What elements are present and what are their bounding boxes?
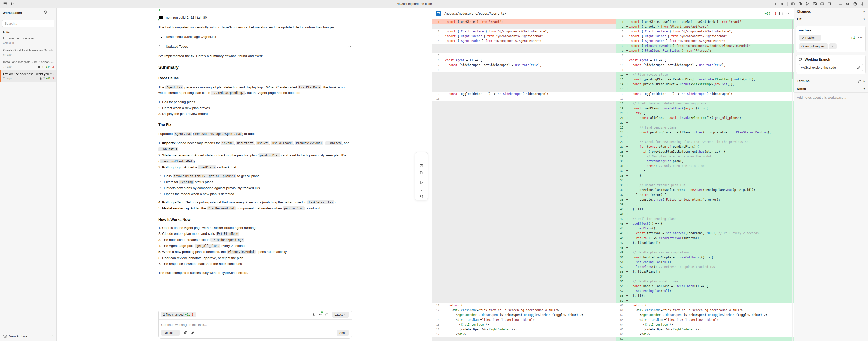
notes-input[interactable]: Add notes about this workspace...	[794, 93, 868, 102]
signout-icon[interactable]	[11, 2, 15, 6]
diff-right-cell: 30+ setPendingPlan(plan);	[616, 159, 794, 164]
diff-row: 7+import { PlanItem, PlanStatus } from "…	[432, 48, 794, 53]
model-dropdown[interactable]: Default	[161, 330, 180, 336]
tool-run[interactable]: Updated Todos	[158, 44, 352, 49]
ordered-list: 4. Polling effect: Set up a polling inte…	[158, 199, 352, 212]
expand-icon[interactable]	[857, 79, 861, 83]
pr-dropdown-button[interactable]	[829, 43, 837, 49]
send-button[interactable]: Send	[337, 330, 349, 336]
megaphone-icon[interactable]	[846, 2, 850, 6]
monitor-icon[interactable]	[820, 2, 824, 6]
collapse-file-icon[interactable]	[785, 12, 789, 16]
diff-left-cell	[432, 245, 616, 250]
diff-row: 58+ }, []);	[432, 293, 794, 298]
diff-row: 47+ }, [loadPlans]);	[432, 241, 794, 245]
annotate-pen-icon[interactable]	[191, 331, 195, 335]
view-archive-button[interactable]: View Archive 0	[0, 332, 56, 341]
pause-icon[interactable]	[773, 2, 777, 6]
chevron-down-icon[interactable]	[348, 44, 352, 49]
diff-row: 35+ // Update tracked plan IDs	[432, 183, 794, 188]
git-section-header[interactable]: Git ▾	[794, 16, 868, 23]
diff-right-cell: 65 {sidebarOpen && <RightSidebar />}	[616, 327, 794, 332]
latest-dropdown[interactable]: Latest	[332, 312, 349, 318]
diff-left-cell: 4import { AgentHeader } from "@/componen…	[432, 39, 616, 43]
terminal-icon[interactable]	[813, 2, 817, 6]
edit-pencil-icon[interactable]	[857, 65, 861, 69]
play-icon[interactable]	[419, 181, 423, 185]
diff-row: 15 <ChatInterface />64 <ChatInterface />	[432, 322, 794, 327]
copy-icon[interactable]	[419, 171, 423, 175]
workspace-item[interactable]: Explore the codebase35m ago	[0, 35, 56, 46]
panel-right-icon[interactable]	[828, 2, 832, 6]
latest-label: Latest	[334, 313, 343, 316]
diff-left-cell	[432, 284, 616, 289]
inline-code: PlanReviewModal	[295, 141, 324, 145]
diff-left-cell	[432, 236, 616, 241]
list-item: 1. Poll for pending plans	[158, 99, 352, 105]
monitor-icon[interactable]	[419, 187, 423, 191]
working-branch-field[interactable]: vk/3ccf-explore-the-code	[799, 64, 863, 71]
message-paragraph: I updated Agent.tsx (medusa/src/pages/Ag…	[158, 131, 352, 136]
plus-icon[interactable]	[50, 10, 54, 14]
more-handle-icon[interactable]	[419, 154, 423, 158]
workspace-item[interactable]: Explore the codebase I want you to exp7h…	[0, 70, 56, 82]
diff-left-cell	[432, 298, 616, 303]
settings-icon[interactable]	[860, 2, 864, 6]
inline-code: useRef	[256, 141, 269, 145]
chevron-down-icon	[831, 45, 834, 48]
diff-body[interactable]: 1-import { useState } from "react";1+imp…	[432, 20, 794, 341]
collapse-up-icon[interactable]	[780, 2, 784, 6]
diff-file-header[interactable]: TS /medusa/medusa/src/pages/Agent.tsx +5…	[432, 8, 794, 20]
layers-icon[interactable]	[43, 10, 48, 14]
notes-section-header[interactable]: Notes ▾	[794, 85, 868, 93]
terminal-section-header[interactable]: Terminal ▸	[794, 78, 868, 85]
workspace-title: Explore the codebase I want you to exp	[3, 72, 54, 76]
changes-section-header[interactable]: Changes ▸	[794, 8, 868, 16]
diff-row: 27+ for (const plan of pendingPlans) {	[432, 145, 794, 149]
diff-left-cell	[432, 337, 616, 341]
list-item: 5. Modal rendering: Added the PlanReview…	[158, 206, 352, 212]
split-view-icon[interactable]	[779, 12, 783, 16]
menu-icon[interactable]	[838, 2, 842, 6]
diff-removed-count: -1	[773, 12, 776, 16]
message-input[interactable]	[161, 323, 349, 327]
workspace-item[interactable]: Create Good First Issues on Github So p6…	[0, 46, 56, 58]
tool-run[interactable]: npm run build 2>&1 | tail -80	[158, 15, 352, 20]
more-options-icon[interactable]: •••	[858, 36, 863, 40]
attach-icon[interactable]	[183, 331, 187, 335]
bullet-list: •Calls invoke<PlanItem[]>('get_all_plans…	[158, 173, 352, 197]
diff-right-cell: 60 return (	[616, 303, 794, 308]
panel-left-icon[interactable]	[791, 2, 795, 6]
diff-left-cell	[432, 24, 616, 29]
diff-right-cell: 13+ const [pendingPlan, setPendingPlan] …	[616, 77, 794, 82]
inline-code: TaskDetail.tsx	[307, 200, 334, 205]
diff-right-cell: 49+ // Handle plan review completion	[616, 250, 794, 255]
todos-status-icon[interactable]	[318, 312, 322, 317]
git-branch-icon[interactable]	[805, 2, 810, 6]
diff-left-cell	[432, 241, 616, 245]
workspace-item[interactable]: Install and integrate Vibe Kanban Web7h …	[0, 58, 56, 70]
diff-right-cell: 20+ try {	[616, 111, 794, 116]
archive-icon[interactable]	[3, 2, 7, 6]
files-changed-pill[interactable]: 2 files changed +61 -3	[161, 312, 196, 317]
branch-selector[interactable]: master	[799, 35, 822, 41]
diff-right-cell: 32+ }	[616, 168, 794, 173]
diff-left-cell	[432, 130, 616, 135]
help-icon[interactable]	[853, 2, 857, 6]
git-graph-icon[interactable]	[419, 194, 423, 198]
diff-right-cell: 52+ loadPlans(); // Refresh to update tr…	[616, 265, 794, 270]
spinner-icon	[326, 313, 329, 316]
status-dot	[159, 9, 160, 11]
diff-right-cell: 1+import { useState, useEffect, useRef, …	[616, 20, 794, 24]
diff-added-count: +59	[765, 12, 770, 16]
open-pull-request-button[interactable]: Open pull request	[799, 43, 828, 49]
image-off-icon[interactable]	[419, 164, 423, 168]
spark-icon[interactable]	[311, 313, 315, 317]
message-paragraph: The Agent.tsx page was missing all plan …	[158, 85, 352, 96]
diff-scrollbar[interactable]	[792, 21, 793, 341]
diff-left-cell	[432, 87, 616, 92]
search-input[interactable]	[2, 20, 54, 27]
tool-run[interactable]: Read medusa/src/pages/Agent.tsx	[158, 34, 352, 39]
chat-panel: npm run build 2>&1 | tail -80The build c…	[57, 8, 432, 341]
chat-bubble-icon[interactable]	[798, 2, 802, 6]
